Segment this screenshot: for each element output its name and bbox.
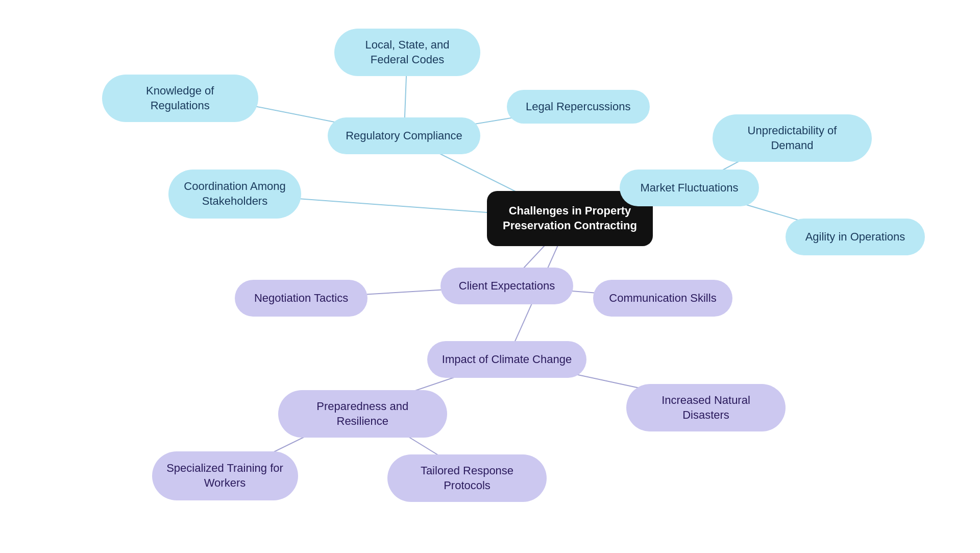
node-label-regulatory_compliance: Regulatory Compliance [346,129,462,143]
node-label-tailored_response: Tailored Response Protocols [402,464,532,493]
node-communication_skills: Communication Skills [593,280,732,317]
node-label-agility: Agility in Operations [805,230,905,245]
node-local_state_federal: Local, State, and Federal Codes [334,29,480,76]
node-regulatory_compliance: Regulatory Compliance [328,117,480,154]
node-label-impact_climate: Impact of Climate Change [442,352,572,367]
node-label-local_state_federal: Local, State, and Federal Codes [349,38,466,67]
node-increased_disasters: Increased Natural Disasters [626,384,786,431]
node-label-communication_skills: Communication Skills [609,291,716,306]
node-label-market_fluctuations: Market Fluctuations [641,181,739,196]
node-label-client_expectations: Client Expectations [459,279,555,294]
node-label-legal_repercussions: Legal Repercussions [526,100,630,114]
node-label-negotiation_tactics: Negotiation Tactics [254,291,348,306]
node-unpredictability: Unpredictability of Demand [713,114,872,162]
node-agility: Agility in Operations [786,219,925,255]
node-label-coordination: Coordination Among Stakeholders [183,179,287,208]
node-negotiation_tactics: Negotiation Tactics [235,280,368,317]
node-label-unpredictability: Unpredictability of Demand [727,124,857,153]
node-preparedness: Preparedness and Resilience [278,390,448,438]
node-market_fluctuations: Market Fluctuations [620,170,759,206]
node-impact_climate: Impact of Climate Change [427,341,586,378]
node-tailored_response: Tailored Response Protocols [387,454,547,502]
node-label-increased_disasters: Increased Natural Disasters [641,393,771,422]
node-label-knowledge_regulations: Knowledge of Regulations [116,84,244,113]
node-label-center: Challenges in Property Preservation Cont… [501,204,639,233]
node-specialized_training: Specialized Training for Workers [152,451,298,500]
node-knowledge_regulations: Knowledge of Regulations [102,75,258,122]
node-client_expectations: Client Expectations [440,268,573,304]
node-legal_repercussions: Legal Repercussions [507,90,650,124]
node-coordination: Coordination Among Stakeholders [168,170,301,219]
node-label-preparedness: Preparedness and Resilience [292,399,433,428]
node-label-specialized_training: Specialized Training for Workers [166,461,284,490]
